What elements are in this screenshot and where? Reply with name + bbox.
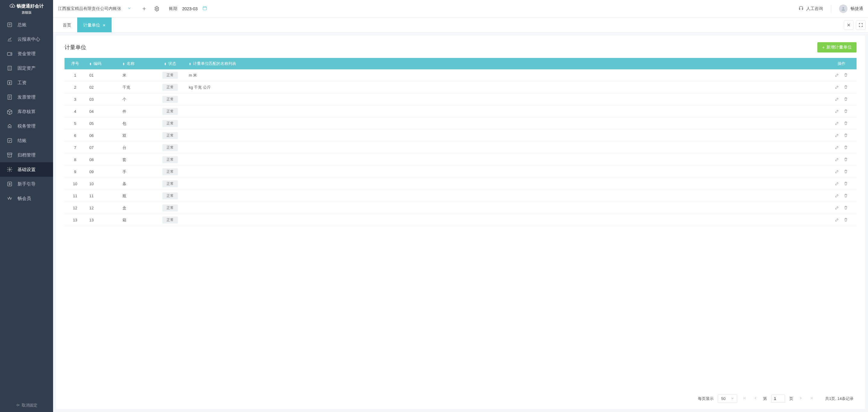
last-page-button[interactable] [808,396,815,401]
delete-icon[interactable] [843,157,848,163]
nav-item-10[interactable]: 基础设置 [0,162,53,177]
delete-icon[interactable] [843,181,848,187]
cell-ops [826,190,857,202]
page-input[interactable] [771,394,785,403]
tab-1[interactable]: 计量单位✕ [77,18,112,32]
sidebar-unpin-button[interactable]: 取消固定 [0,399,53,412]
cell-match: m 米 [185,69,826,82]
table-row: 11 11 瓶 正常 [65,190,857,202]
add-button[interactable] [140,4,149,13]
cell-name: 台 [119,142,155,154]
cell-match [185,202,826,214]
delete-icon[interactable] [843,193,848,199]
edit-icon[interactable] [835,205,839,211]
first-page-button[interactable] [741,396,748,401]
delete-icon[interactable] [843,73,848,78]
edit-icon[interactable] [835,85,839,90]
col-name[interactable]: ▲▼名称 [119,58,155,69]
delete-icon[interactable] [843,169,848,175]
nav-item-2[interactable]: 资金管理 [0,46,53,61]
edit-icon[interactable] [835,181,839,187]
cell-status: 正常 [155,69,185,82]
edit-icon[interactable] [835,145,839,151]
delete-icon[interactable] [843,85,848,90]
nav-item-7[interactable]: 税务管理 [0,119,53,133]
support-button[interactable]: 人工咨询 [798,5,823,12]
period-value[interactable]: 2023-03 [182,6,197,11]
edit-icon[interactable] [835,73,839,78]
status-badge: 正常 [162,156,178,163]
delete-icon[interactable] [843,109,848,114]
table-row: 9 09 手 正常 [65,166,857,178]
edit-icon[interactable] [835,193,839,199]
next-page-button[interactable] [798,396,804,401]
col-seq[interactable]: 序号 [65,58,86,69]
nav-item-8[interactable]: 结账 [0,133,53,148]
delete-icon[interactable] [843,121,848,126]
edit-icon[interactable] [835,133,839,138]
user-menu[interactable]: 畅捷通 [839,4,863,13]
delete-icon[interactable] [843,205,848,211]
edit-icon[interactable] [835,97,839,102]
nav-label: 总账 [18,22,27,28]
nav-item-11[interactable]: 新手引导 [0,177,53,191]
cell-seq: 11 [65,190,86,202]
nav-label: 库存核算 [18,109,36,115]
nav-item-1[interactable]: 云报表中心 [0,32,53,46]
cell-seq: 3 [65,94,86,105]
nav-item-0[interactable]: 总账 [0,18,53,32]
table-row: 13 13 箱 正常 [65,214,857,226]
nav-label: 云报表中心 [18,36,40,42]
cell-match [185,214,826,226]
settings-button[interactable] [152,4,162,13]
cell-code: 03 [86,94,119,105]
add-unit-button[interactable]: + 新增计量单位 [817,42,857,53]
cell-name: 盒 [119,202,155,214]
nav-label: 税务管理 [18,123,36,129]
delete-icon[interactable] [843,218,848,223]
nav-item-3[interactable]: 固定资产 [0,61,53,75]
edit-icon[interactable] [835,121,839,126]
headset-icon [798,5,804,12]
nav-item-4[interactable]: 工资 [0,75,53,90]
cell-name: 瓶 [119,190,155,202]
tab-0[interactable]: 首页 [57,18,77,32]
nav-item-9[interactable]: 归档管理 [0,148,53,162]
cell-match [185,142,826,154]
cell-name: 双 [119,130,155,142]
fullscreen-button[interactable] [856,20,866,30]
cell-name: 条 [119,178,155,190]
cell-match [185,130,826,142]
calendar-icon[interactable] [203,6,207,11]
nav-item-5[interactable]: 发票管理 [0,90,53,104]
edit-icon[interactable] [835,169,839,175]
nav-item-12[interactable]: 畅会员 [0,191,53,206]
close-icon[interactable]: ✕ [102,23,105,27]
delete-icon[interactable] [843,97,848,102]
divider [831,5,831,12]
col-code[interactable]: ▲▼编码 [86,58,119,69]
col-match[interactable]: ▲▼计量单位匹配的名称列表 [185,58,826,69]
unpin-icon [16,403,20,408]
nav-item-6[interactable]: 库存核算 [0,104,53,119]
company-selector[interactable]: 江西服宝精品有限责任公司内账张 [58,6,136,11]
edit-icon[interactable] [835,157,839,163]
nav-menu: 总账云报表中心资金管理固定资产工资发票管理库存核算税务管理结账归档管理基础设置新… [0,18,53,399]
edit-icon[interactable] [835,109,839,114]
col-status[interactable]: ▲▼状态 [155,58,185,69]
delete-icon[interactable] [843,145,848,151]
status-badge: 正常 [162,72,178,79]
tab-label: 计量单位 [83,23,100,28]
close-tabs-button[interactable] [844,20,854,30]
delete-icon[interactable] [843,133,848,138]
status-badge: 正常 [162,84,178,91]
page-size-select[interactable]: 50 [718,394,737,403]
prev-page-button[interactable] [752,396,759,401]
edit-icon[interactable] [835,218,839,223]
chevron-down-icon [731,396,734,401]
page-size-label: 每页显示 [698,396,714,402]
tabs-bar: 首页计量单位✕ [53,18,868,33]
cell-status: 正常 [155,118,185,130]
cell-seq: 8 [65,154,86,166]
status-badge: 正常 [162,120,178,127]
